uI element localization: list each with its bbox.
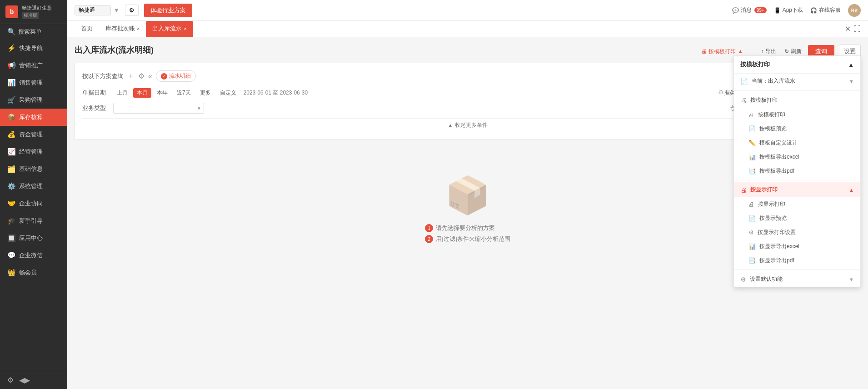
sidebar-item-finance[interactable]: 💰 资金管理: [0, 126, 67, 143]
set-default-label: 设置默认功能: [750, 275, 783, 283]
dropdown-current-item[interactable]: 📄 当前：出入库流水 ▼: [734, 74, 860, 89]
sidebar-item-system[interactable]: ⚙️ 系统管理: [0, 178, 67, 195]
hint-text-2: 用[过滤]条件来缩小分析范围: [436, 235, 510, 243]
display-section-chevron: ▲: [849, 187, 854, 193]
message-action[interactable]: 💬 消息 99+: [732, 6, 767, 14]
dropdown-display-export-pdf[interactable]: 📑 按显示导出pdf: [734, 254, 860, 268]
dropdown-section-display[interactable]: 🖨 按显示打印 ▲: [734, 182, 860, 197]
sidebar-settings-icon[interactable]: ⚙: [7, 376, 14, 384]
current-label: 当前：出入库流水: [752, 77, 795, 85]
dropdown-template-export-excel[interactable]: 📊 按模板导出excel: [734, 150, 860, 164]
gear-button[interactable]: ⚙: [125, 5, 139, 16]
date-tab-last7[interactable]: 近7天: [173, 88, 195, 98]
date-tab-prev-month[interactable]: 上月: [113, 88, 131, 98]
tab-inout-flow-label: 出入库流水: [152, 25, 182, 33]
trial-button[interactable]: 体验行业方案: [144, 4, 192, 17]
sidebar-item-newbie[interactable]: 🎓 新手引导: [0, 212, 67, 229]
dropdown-title: 按模板打印: [740, 60, 770, 69]
online-service-action[interactable]: 🎧 在线客服: [810, 6, 841, 14]
template-print-icon: 🖨: [748, 111, 754, 118]
hint-num-1: 1: [425, 224, 433, 232]
user-name-input[interactable]: [75, 5, 111, 15]
filter-settings-button[interactable]: ⚙: [138, 72, 145, 80]
sidebar-item-label: 基础信息: [19, 165, 43, 173]
empty-hint-2: 2 用[过滤]条件来缩小分析范围: [425, 235, 510, 243]
dropdown-template-preview[interactable]: 📄 按模板预览: [734, 122, 860, 136]
dropdown-section-template[interactable]: 🖨 按模板打印: [734, 93, 860, 108]
display-section-icon: 🖨: [740, 186, 747, 194]
empty-hint-1: 1 请先选择要分析的方案: [425, 224, 510, 232]
dropdown-display-print[interactable]: 🖨 按显示打印: [734, 197, 860, 211]
dropdown-set-default[interactable]: ⚙ 设置默认功能 ▼: [734, 272, 860, 287]
dropdown-display-preview[interactable]: 📄 按显示预览: [734, 211, 860, 225]
dropdown-template-export-pdf[interactable]: 📑 按模板导出pdf: [734, 164, 860, 178]
operations-icon: 📈: [7, 148, 15, 156]
template-excel-icon: 📊: [748, 154, 756, 160]
toolbar-divider-1: ···: [749, 48, 754, 55]
sidebar-item-marketing[interactable]: 📢 营销推广: [0, 57, 67, 74]
online-service-label: 在线客服: [819, 6, 841, 14]
user-chevron-icon[interactable]: ▼: [114, 7, 120, 14]
section-divider-0: [734, 90, 860, 91]
message-icon: 💬: [732, 7, 739, 14]
avatar[interactable]: Rit: [848, 4, 861, 17]
display-pdf-icon: 📑: [748, 257, 756, 264]
date-tab-current-year[interactable]: 本年: [153, 88, 171, 98]
basic-info-icon: 🗂️: [7, 165, 15, 173]
dropdown-template-custom[interactable]: ✏️ 模板自定义设计: [734, 136, 860, 150]
tab-expand-button[interactable]: ⛶: [853, 25, 861, 33]
template-custom-icon: ✏️: [748, 140, 756, 146]
biz-type-wrapper: [113, 103, 204, 114]
dropdown-close-chevron[interactable]: ▲: [848, 61, 854, 68]
sidebar-item-label: 畅会员: [19, 269, 37, 277]
filter-tag[interactable]: ✓ 流水明细: [156, 70, 196, 82]
sidebar-item-vip[interactable]: 👑 畅会员: [0, 264, 67, 281]
sidebar-item-enterprise[interactable]: 🤝 企业协同: [0, 195, 67, 212]
current-icon: 📄: [740, 78, 748, 85]
tab-batch-account[interactable]: 库存批次账 ×: [99, 21, 146, 37]
purchase-icon: 🛒: [7, 96, 15, 104]
app-tag: 标准版: [22, 12, 39, 19]
date-tab-current-month[interactable]: 本月: [133, 88, 151, 98]
sidebar-item-app-center[interactable]: 🔲 应用中心: [0, 229, 67, 247]
tab-home[interactable]: 首页: [75, 21, 99, 37]
date-tab-custom[interactable]: 自定义: [216, 88, 240, 98]
tab-batch-account-close[interactable]: ×: [137, 26, 140, 31]
sidebar-item-operations[interactable]: 📈 经营管理: [0, 143, 67, 160]
biz-type-select[interactable]: [113, 103, 204, 114]
date-tab-more[interactable]: 更多: [196, 88, 215, 98]
print-chevron-icon: ▲: [738, 48, 743, 55]
tab-bar: 首页 库存批次账 × 出入库流水 × ✕ ⛶: [67, 21, 868, 37]
message-label: 消息: [741, 6, 752, 14]
filter-collapse-button[interactable]: «: [148, 72, 152, 80]
marketing-icon: 📢: [7, 61, 15, 70]
dropdown-display-export-excel[interactable]: 📊 按显示导出excel: [734, 239, 860, 254]
template-custom-label: 模板自定义设计: [759, 139, 798, 147]
sidebar-item-wechat[interactable]: 💬 企业微信: [0, 247, 67, 264]
sidebar-item-quick-nav[interactable]: ⚡ 快捷导航: [0, 40, 67, 57]
sidebar-item-inventory[interactable]: 📦 库存核算: [0, 109, 67, 126]
sidebar-item-sales[interactable]: 📊 销售管理: [0, 74, 67, 91]
app-download-action[interactable]: 📱 App下载: [774, 6, 803, 14]
display-print-settings-label: 按显示打印设置: [758, 229, 796, 236]
section-divider-2: [734, 269, 860, 270]
sales-icon: 📊: [7, 79, 15, 87]
filter-add-button[interactable]: ＋: [127, 71, 135, 81]
main-area: ▼ ⚙ 体验行业方案 💬 消息 99+ 📱 App下载 🎧 在线客服 Rit: [67, 0, 868, 389]
tab-close-button[interactable]: ✕: [845, 25, 851, 33]
date-range-display: 2023-06-01 至 2023-06-30: [244, 89, 308, 97]
tab-inout-flow-close[interactable]: ×: [184, 26, 186, 31]
dropdown-template-print[interactable]: 🖨 按模板打印: [734, 108, 860, 122]
hint-text-1: 请先选择要分析的方案: [436, 224, 495, 232]
display-export-excel-label: 按显示导出excel: [759, 243, 799, 250]
tab-bar-right: ✕ ⛶: [845, 25, 861, 33]
dropdown-header: 按模板打印 ▲: [734, 56, 860, 74]
biz-type-label: 业务类型: [82, 104, 106, 112]
sidebar-item-basic-info[interactable]: 🗂️ 基础信息: [0, 160, 67, 178]
sidebar-toggle-icon[interactable]: ◀▶: [19, 376, 30, 384]
sidebar-item-search[interactable]: 🔍 搜索菜单: [0, 24, 67, 40]
empty-icon: 📦: [445, 174, 490, 217]
sidebar-item-purchase[interactable]: 🛒 采购管理: [0, 91, 67, 109]
tab-inout-flow[interactable]: 出入库流水 ×: [146, 21, 193, 37]
dropdown-display-print-settings[interactable]: ⚙ 按显示打印设置: [734, 225, 860, 239]
